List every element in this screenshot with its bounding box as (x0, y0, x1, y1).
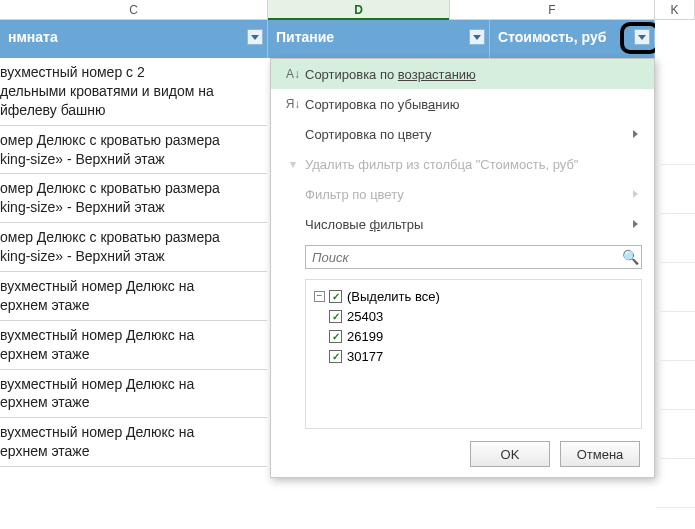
checkbox-icon[interactable]: ✓ (329, 290, 342, 303)
button-row: OK Отмена (271, 435, 654, 467)
filter-dropdown-meal[interactable] (469, 29, 485, 45)
header-room: нмната (0, 20, 268, 58)
table-row[interactable]: омер Делюкс с кроватью размераking-size»… (0, 174, 267, 223)
search-wrap: 🔍 (271, 239, 654, 273)
cancel-button[interactable]: Отмена (560, 441, 640, 467)
header-meal: Питание (268, 20, 490, 58)
submenu-arrow-icon (633, 190, 638, 198)
submenu-arrow-icon (633, 130, 638, 138)
table-row[interactable]: омер Делюкс с кроватью размераking-size»… (0, 223, 267, 272)
header-price-label: Стоимость, руб (498, 29, 606, 45)
menu-sort-by-color-label: Сортировка по цвету (305, 127, 633, 142)
header-meal-label: Питание (276, 29, 334, 45)
tree-value-item[interactable]: ✓26199 (314, 326, 633, 346)
grid-right (655, 116, 695, 467)
table-row[interactable]: вухместный номер Делюкс наерхнем этаже (0, 321, 267, 370)
menu-filter-by-color: Фильтр по цвету (271, 179, 654, 209)
table-row[interactable]: вухместный номер Делюкс наерхнем этаже (0, 272, 267, 321)
menu-number-filters-label: Числовые фильтры (305, 217, 633, 232)
tree-collapse-icon[interactable]: − (314, 291, 325, 302)
tree-values-container: ✓25403✓26199✓30177 (314, 306, 633, 366)
clear-filter-icon: ▾ (281, 157, 305, 171)
filter-search-input[interactable] (306, 250, 619, 265)
table-row[interactable]: вухместный номер Делюкс наерхнем этаже (0, 370, 267, 419)
submenu-arrow-icon (633, 220, 638, 228)
column-letter-row: C D F K (0, 0, 695, 20)
menu-sort-descending[interactable]: Я↓ Сортировка по убыванию (271, 89, 654, 119)
tree-select-all[interactable]: − ✓ (Выделить все) (314, 286, 633, 306)
autofilter-panel: А↓ Сортировка по возрастанию Я↓ Сортиров… (270, 58, 655, 478)
checkbox-icon[interactable]: ✓ (329, 330, 342, 343)
sort-desc-icon: Я↓ (281, 97, 305, 111)
menu-sort-ascending[interactable]: А↓ Сортировка по возрастанию (271, 59, 654, 89)
header-price: Стоимость, руб (490, 20, 655, 58)
menu-clear-filter: ▾ Удалить фильтр из столбца "Стоимость, … (271, 149, 654, 179)
filter-values-tree: − ✓ (Выделить все) ✓25403✓26199✓30177 (305, 279, 642, 429)
header-room-label: нмната (8, 29, 58, 45)
menu-sort-by-color[interactable]: Сортировка по цвету (271, 119, 654, 149)
column-letter-f[interactable]: F (450, 0, 655, 19)
column-letter-c[interactable]: C (0, 0, 268, 19)
filter-dropdown-price[interactable] (634, 29, 650, 45)
tree-value-item[interactable]: ✓25403 (314, 306, 633, 326)
menu-number-filters[interactable]: Числовые фильтры (271, 209, 654, 239)
search-icon: 🔍 (619, 249, 641, 265)
sort-asc-icon: А↓ (281, 67, 305, 81)
tree-select-all-label: (Выделить все) (347, 289, 440, 304)
checkbox-icon[interactable]: ✓ (329, 350, 342, 363)
filter-dropdown-room[interactable] (247, 29, 263, 45)
table-row[interactable]: вухместный номер с 2дельными кроватями и… (0, 58, 267, 126)
table-row[interactable]: омер Делюкс с кроватью размераking-size»… (0, 126, 267, 175)
checkbox-icon[interactable]: ✓ (329, 310, 342, 323)
menu-filter-by-color-label: Фильтр по цвету (305, 187, 633, 202)
menu-sort-descending-label: Сортировка по убыванию (305, 97, 644, 112)
tree-value-label: 25403 (347, 309, 383, 324)
tree-value-item[interactable]: ✓30177 (314, 346, 633, 366)
header-empty (655, 20, 695, 58)
search-box: 🔍 (305, 245, 642, 269)
data-area: вухместный номер с 2дельными кроватями и… (0, 58, 695, 467)
table-header-row: нмната Питание Стоимость, руб (0, 20, 695, 58)
tree-value-label: 30177 (347, 349, 383, 364)
tree-value-label: 26199 (347, 329, 383, 344)
column-letter-d[interactable]: D (268, 0, 450, 19)
menu-clear-filter-label: Удалить фильтр из столбца "Стоимость, ру… (305, 157, 644, 172)
table-row[interactable]: вухместный номер Делюкс наерхнем этаже (0, 418, 267, 467)
ok-button[interactable]: OK (470, 441, 550, 467)
column-letter-k[interactable]: K (655, 0, 695, 19)
menu-sort-ascending-label: Сортировка по возрастанию (305, 67, 644, 82)
